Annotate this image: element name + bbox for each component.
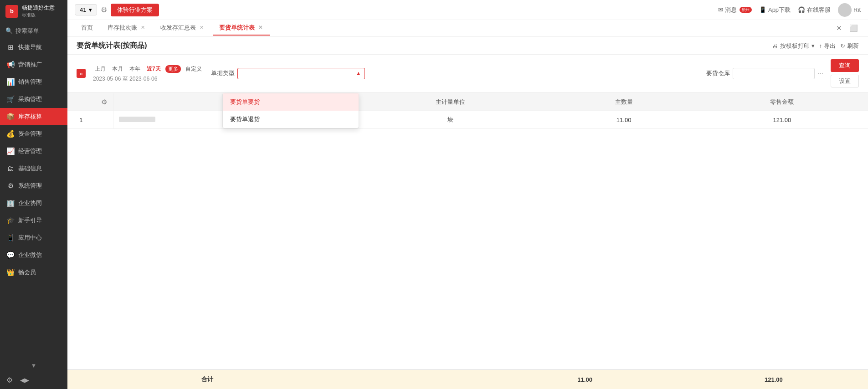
- tab-inventory-batch-label: 库存批次账: [108, 24, 137, 32]
- guide-icon: 🎓: [6, 216, 15, 225]
- member-icon: 👑: [6, 268, 15, 276]
- tabs-bar: 首页 库存批次账 ✕ 收发存汇总表 ✕ 要货单统计表 ✕ ✕ ⬜: [67, 20, 868, 36]
- date-btn-this[interactable]: 本月: [110, 64, 125, 74]
- tab-maximize-btn[interactable]: ⬜: [847, 23, 861, 33]
- tab-order-stats[interactable]: 要货单统计表 ✕: [213, 21, 270, 36]
- sidebar-item-quicknav-label: 快捷导航: [18, 43, 42, 51]
- refresh-btn[interactable]: ↻ 刷新: [840, 42, 859, 50]
- sidebar-settings-icon[interactable]: ⚙: [6, 376, 13, 384]
- dropdown-item-order[interactable]: 要货单要货: [223, 93, 359, 111]
- sidebar-item-apps[interactable]: 📱 应用中心: [0, 229, 67, 246]
- date-btn-custom[interactable]: 自定义: [184, 64, 204, 74]
- tab-home-label: 首页: [81, 24, 93, 32]
- refresh-icon: ↻: [840, 42, 845, 49]
- sidebar-item-quicknav[interactable]: ⊞ 快捷导航: [0, 39, 67, 56]
- page-content: 要货单统计表(按商品) 🖨 按模板打印 ▾ ↑ 导出 ↻ 刷新 »: [67, 36, 868, 389]
- query-button[interactable]: 查询: [831, 59, 859, 72]
- sidebar-scroll-down[interactable]: ▼: [0, 360, 67, 371]
- sidebar-item-marketing-label: 营销推广: [18, 61, 42, 69]
- filter-warehouse-more-icon[interactable]: ···: [817, 69, 823, 77]
- filter-doc-type-input[interactable]: [237, 68, 365, 79]
- base-icon: 🗂: [6, 164, 15, 172]
- filter-date-btns: 上月 本月 本年 近7天 更多 自定义: [93, 64, 204, 74]
- sidebar-item-apps-label: 应用中心: [18, 234, 42, 242]
- filter-actions: 查询 设置: [831, 59, 859, 87]
- td-settings: [95, 111, 113, 129]
- app-download-btn[interactable]: 📱 App下载: [759, 6, 791, 14]
- sidebar-item-base[interactable]: 🗂 基础信息: [0, 160, 67, 177]
- th-quantity: 主数量: [552, 93, 696, 111]
- tab-receivable-summary-close[interactable]: ✕: [199, 25, 205, 31]
- weixin-icon: 💬: [6, 251, 15, 259]
- sidebar-item-inventory-label: 库存核算: [18, 113, 42, 121]
- sidebar-item-system[interactable]: ⚙ 系统管理: [0, 177, 67, 194]
- sidebar-fold-icon[interactable]: ◀▶: [20, 377, 29, 384]
- th-settings[interactable]: ⚙: [95, 93, 113, 111]
- sidebar-item-finance[interactable]: 💰 资金管理: [0, 125, 67, 143]
- tab-home[interactable]: 首页: [75, 21, 99, 36]
- filter-date-group: 上月 本月 本年 近7天 更多 自定义 2023-05-06 至 2023-06…: [93, 64, 204, 83]
- notifications-btn[interactable]: ✉ 消息 99+: [718, 6, 752, 14]
- trial-button[interactable]: 体验行业方案: [111, 4, 159, 16]
- store-selector[interactable]: 41 ▾: [75, 4, 97, 15]
- date-btn-7days[interactable]: 近7天: [145, 64, 163, 74]
- filter-expand-btn[interactable]: »: [77, 69, 86, 78]
- table-settings-icon[interactable]: ⚙: [101, 98, 107, 106]
- footer-total-amount: 121.00: [679, 376, 868, 383]
- finance-icon: 💰: [6, 130, 15, 138]
- filter-warehouse-label: 要货仓库: [706, 69, 730, 77]
- filter-warehouse-input[interactable]: [733, 68, 815, 79]
- th-unit: 主计量单位: [349, 93, 552, 111]
- sidebar-item-sales[interactable]: 📊 销售管理: [0, 73, 67, 91]
- sidebar-item-guide[interactable]: 🎓 新手引导: [0, 212, 67, 229]
- sidebar-logo: b 畅捷通好生意 标准版: [0, 0, 67, 23]
- app-download-label: App下载: [768, 6, 791, 14]
- footer-total-label: 合计: [113, 375, 302, 384]
- filter-doc-type-arrow[interactable]: ▲: [356, 70, 361, 77]
- filter-doc-type-label: 单据类型: [211, 69, 235, 77]
- sidebar-item-marketing[interactable]: 📢 营销推广: [0, 56, 67, 73]
- tab-receivable-summary-label: 收发存汇总表: [160, 24, 196, 32]
- tab-close-all-btn[interactable]: ✕: [833, 23, 845, 33]
- sidebar-item-purchase[interactable]: 🛒 采购管理: [0, 91, 67, 108]
- sidebar-item-operations[interactable]: 📈 经营管理: [0, 143, 67, 160]
- purchase-icon: 🛒: [6, 95, 15, 103]
- sidebar-item-finance-label: 资金管理: [18, 130, 42, 138]
- data-table: ⚙ 商品 主计量单位 主数量 零售金额 1: [67, 93, 868, 129]
- table-row: 1 块 11.00 121.00: [67, 111, 868, 129]
- tab-inventory-batch-close[interactable]: ✕: [140, 25, 146, 31]
- tab-inventory-batch[interactable]: 库存批次账 ✕: [101, 21, 152, 36]
- page-actions: 🖨 按模板打印 ▾ ↑ 导出 ↻ 刷新: [772, 42, 859, 50]
- export-btn[interactable]: ↑ 导出: [819, 42, 836, 50]
- sidebar-item-inventory[interactable]: 📦 库存核算: [0, 108, 67, 125]
- sidebar-item-base-label: 基础信息: [18, 164, 42, 173]
- sidebar-item-operations-label: 经营管理: [18, 147, 42, 155]
- print-btn[interactable]: 🖨 按模板打印 ▾: [772, 42, 815, 50]
- doc-type-dropdown: 要货单要货 要货单退货: [222, 93, 359, 128]
- inventory-icon: 📦: [6, 113, 15, 121]
- search-menu[interactable]: 🔍 搜索菜单: [0, 23, 67, 39]
- store-name: 41: [80, 6, 86, 13]
- search-menu-label: 搜索菜单: [15, 27, 39, 35]
- sales-icon: 📊: [6, 78, 15, 86]
- topbar: 41 ▾ ⚙ 体验行业方案 ✉ 消息 99+ 📱 App下载 🎧 在线客服 R: [67, 0, 868, 20]
- filter-date-range: 2023-05-06 至 2023-06-06: [93, 75, 204, 83]
- topbar-settings-icon[interactable]: ⚙: [101, 5, 107, 14]
- tab-order-stats-close[interactable]: ✕: [257, 25, 263, 31]
- logo-icon: b: [5, 5, 18, 18]
- sidebar-item-weixin[interactable]: 💬 企业微信: [0, 246, 67, 264]
- dropdown-item-return[interactable]: 要货单退货: [223, 111, 359, 128]
- settings-button[interactable]: 设置: [831, 75, 859, 87]
- sidebar-item-purchase-label: 采购管理: [18, 95, 42, 103]
- date-more-badge[interactable]: 更多: [165, 65, 181, 73]
- date-btn-up[interactable]: 上月: [93, 64, 108, 74]
- date-btn-year[interactable]: 本年: [128, 64, 142, 74]
- user-avatar-btn[interactable]: Rit: [838, 3, 861, 17]
- td-index: 1: [67, 111, 95, 129]
- online-service-btn[interactable]: 🎧 在线客服: [798, 6, 831, 14]
- sidebar-item-enterprise[interactable]: 🏢 企业协同: [0, 194, 67, 212]
- tab-receivable-summary[interactable]: 收发存汇总表 ✕: [154, 21, 211, 36]
- sidebar-item-member[interactable]: 👑 畅会员: [0, 264, 67, 281]
- export-icon: ↑: [819, 42, 822, 49]
- store-chevron-icon: ▾: [89, 6, 92, 13]
